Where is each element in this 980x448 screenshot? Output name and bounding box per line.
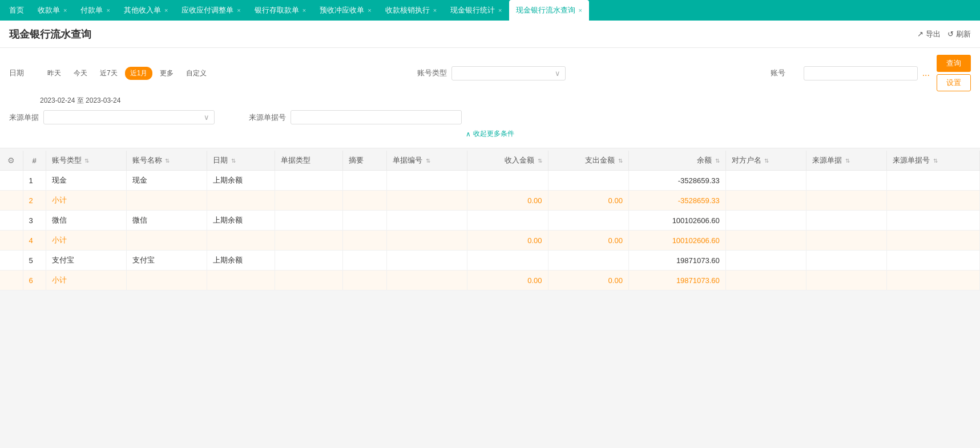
- column-summary: 摘要: [343, 151, 387, 171]
- cell-no: 2: [23, 191, 46, 211]
- close-collection-icon[interactable]: ×: [433, 0, 437, 21]
- source-doc-no-filter: 来源单据号: [249, 110, 462, 124]
- cell-no: 4: [23, 231, 46, 251]
- refresh-icon: ↺: [947, 30, 954, 38]
- cell-date: [207, 271, 275, 290]
- cell-source-doc-no: [887, 271, 980, 290]
- cell-source-doc: [806, 191, 887, 211]
- nav-ar-ap-adjust[interactable]: 应收应付调整单 ×: [175, 0, 247, 21]
- cell-counterparty: [725, 231, 806, 251]
- column-counterparty[interactable]: 对方户名 ⇅: [725, 151, 806, 171]
- page-title: 现金银行流水查询: [9, 27, 91, 41]
- account-dots-button[interactable]: ...: [920, 68, 932, 78]
- column-balance[interactable]: 余额 ⇅: [628, 151, 725, 171]
- sort-source-doc-icon: ⇅: [845, 158, 850, 164]
- column-income[interactable]: 收入金额 ⇅: [467, 151, 548, 171]
- cell-doc-no: [386, 271, 467, 290]
- cell-income: [467, 171, 548, 191]
- cell-date: 上期余额: [207, 171, 275, 191]
- nav-receipts[interactable]: 收款单 ×: [31, 0, 74, 21]
- column-account-name[interactable]: 账号名称 ⇅: [126, 151, 207, 171]
- table-row: 4小计0.000.00100102606.60: [0, 231, 980, 251]
- table-settings-icon[interactable]: ⚙: [7, 156, 15, 165]
- nav-other-income[interactable]: 其他收入单 ×: [117, 0, 175, 21]
- cell-income: 0.00: [467, 271, 548, 290]
- sort-expense-icon: ⇅: [618, 158, 623, 164]
- cell-source-doc: [806, 231, 887, 251]
- refresh-button[interactable]: ↺ 刷新: [947, 29, 971, 39]
- cell-doc-type: [275, 251, 343, 271]
- cell-no: 1: [23, 171, 46, 191]
- source-doc-no-input[interactable]: [291, 110, 462, 124]
- cell-balance: 100102606.60: [628, 231, 725, 251]
- cell-date: 上期余额: [207, 211, 275, 231]
- column-date[interactable]: 日期 ⇅: [207, 151, 275, 171]
- export-button[interactable]: ↗ 导出: [917, 29, 941, 39]
- cell-source-doc: [806, 171, 887, 191]
- source-doc-select[interactable]: ∨: [43, 110, 215, 124]
- nav-collection-exec[interactable]: 收款核销执行 ×: [378, 0, 443, 21]
- cell-counterparty: [725, 271, 806, 290]
- cell-balance: 100102606.60: [628, 211, 725, 231]
- cell-income: 0.00: [467, 231, 548, 251]
- close-other-income-icon[interactable]: ×: [164, 0, 168, 21]
- date-options: 昨天 今天 近7天 近1月 更多 自定义: [42, 67, 212, 80]
- column-source-doc-no[interactable]: 来源单据号 ⇅: [887, 151, 980, 171]
- cell-no: 3: [23, 211, 46, 231]
- settings-button[interactable]: 设置: [937, 74, 971, 91]
- collapse-bar[interactable]: ∧ 收起更多条件: [9, 127, 971, 141]
- cell-doc-no: [386, 171, 467, 191]
- column-no: #: [23, 151, 46, 171]
- date-more[interactable]: 更多: [155, 67, 179, 80]
- close-stats-icon[interactable]: ×: [498, 0, 502, 21]
- sort-account-name-icon: ⇅: [165, 158, 170, 164]
- close-flow-icon[interactable]: ×: [579, 0, 582, 21]
- cell-date: [207, 231, 275, 251]
- export-icon: ↗: [917, 30, 923, 38]
- column-gear: ⚙: [0, 151, 23, 171]
- column-source-doc[interactable]: 来源单据 ⇅: [806, 151, 887, 171]
- cell-expense: 0.00: [548, 191, 628, 211]
- date-custom[interactable]: 自定义: [181, 67, 212, 80]
- cell-account-name: [126, 231, 207, 251]
- account-input[interactable]: [804, 66, 918, 80]
- nav-payments[interactable]: 付款单 ×: [74, 0, 116, 21]
- cell-doc-no: [386, 251, 467, 271]
- column-doc-type: 单据类型: [275, 151, 343, 171]
- filter-row-1: 日期 昨天 今天 近7天 近1月 更多 自定义 账号类型 ∨ 账号 ... 查询…: [9, 55, 971, 91]
- close-receipts-icon[interactable]: ×: [63, 0, 67, 21]
- column-expense[interactable]: 支出金额 ⇅: [548, 151, 628, 171]
- sort-balance-icon: ⇅: [715, 158, 720, 164]
- column-account-type[interactable]: 账号类型 ⇅: [46, 151, 126, 171]
- date-yesterday[interactable]: 昨天: [42, 67, 66, 80]
- column-doc-no[interactable]: 单据编号 ⇅: [386, 151, 467, 171]
- cell-no: 5: [23, 251, 46, 271]
- cell-account-name: 现金: [126, 171, 207, 191]
- close-payments-icon[interactable]: ×: [106, 0, 110, 21]
- cell-counterparty: [725, 211, 806, 231]
- nav-prepay-offset[interactable]: 预收冲应收单 ×: [313, 0, 378, 21]
- date-7days[interactable]: 近7天: [95, 67, 123, 80]
- nav-home[interactable]: 首页: [2, 0, 31, 21]
- cell-account-name: 微信: [126, 211, 207, 231]
- cell-account-type: 小计: [46, 191, 126, 211]
- date-1month[interactable]: 近1月: [125, 67, 153, 80]
- close-bank-deposit-icon[interactable]: ×: [303, 0, 306, 21]
- sort-doc-no-icon: ⇅: [426, 158, 430, 164]
- cell-balance: 19871073.60: [628, 271, 725, 290]
- account-type-select[interactable]: ∨: [451, 66, 566, 80]
- cell-gear: [0, 211, 23, 231]
- close-prepay-icon[interactable]: ×: [368, 0, 371, 21]
- account-label: 账号: [771, 68, 799, 78]
- cell-gear: [0, 271, 23, 290]
- date-today[interactable]: 今天: [68, 67, 92, 80]
- top-navigation: 首页 收款单 × 付款单 × 其他收入单 × 应收应付调整单 × 银行存取款单 …: [0, 0, 980, 21]
- nav-cash-bank-stats[interactable]: 现金银行统计 ×: [443, 0, 509, 21]
- nav-cash-bank-flow[interactable]: 现金银行流水查询 ×: [509, 0, 589, 21]
- cell-date: 上期余额: [207, 251, 275, 271]
- nav-bank-deposit[interactable]: 银行存取款单 ×: [248, 0, 313, 21]
- data-table: ⚙ # 账号类型 ⇅ 账号名称 ⇅ 日期 ⇅ 单据类型 摘要 单据编: [0, 151, 980, 290]
- source-doc-chevron-icon: ∨: [204, 113, 209, 122]
- close-ar-ap-icon[interactable]: ×: [237, 0, 240, 21]
- query-button[interactable]: 查询: [937, 55, 971, 72]
